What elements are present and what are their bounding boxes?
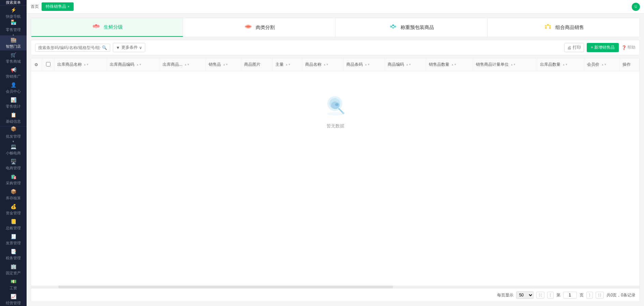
th-out-product-code-label: 出库商品编码 <box>110 62 134 67</box>
sidebar-item-member-center[interactable]: 👤 会员中心 <box>0 80 27 95</box>
sidebar-item-label: 工资 <box>10 286 17 291</box>
sales-promo-icon: 📢 <box>11 67 16 74</box>
sidebar-item-retail-stats[interactable]: 📊 零售统计 <box>0 95 27 110</box>
sort-product-name-icon[interactable]: ▲▼ <box>323 63 329 66</box>
th-out-product-name-label: 出库商品名称 <box>57 62 82 67</box>
sidebar-item-wholesale-mgmt[interactable]: 📦 批发管理 ▼ <box>0 127 27 142</box>
sidebar-item-label: 库存核算 <box>6 196 21 201</box>
sidebar-item-label: 智慧门店 <box>6 44 21 49</box>
sort-member-price-icon[interactable]: ▲▼ <box>601 63 606 66</box>
sort-sale-quantity-icon[interactable]: ▲▼ <box>451 63 456 66</box>
svg-point-15 <box>545 25 547 27</box>
home-link[interactable]: 首页 <box>31 4 39 10</box>
cat-tab-fresh-grade[interactable]: 生鲜分级 <box>31 18 183 37</box>
sidebar-item-label: 小畅电商 <box>6 151 21 156</box>
sidebar-item-fixed-assets[interactable]: 🏢 固定资产 <box>0 262 27 277</box>
th-member-price: 会员价 ▲▼ <box>584 58 620 71</box>
help-button[interactable]: ❓ 帮助 <box>621 45 635 50</box>
th-product-barcode: 商品条码 ▲▼ <box>343 58 385 71</box>
bottom-scrollbar[interactable] <box>31 286 640 288</box>
select-all-checkbox[interactable] <box>46 62 50 66</box>
search-box: 🔍 <box>35 44 110 52</box>
sidebar-item-wages[interactable]: 💵 工资 <box>0 277 27 292</box>
toolbar-left: 🔍 ▼ 更多条件 ∨ <box>35 43 145 52</box>
sidebar-item-tax-mgmt[interactable]: 📑 税务管理 <box>0 247 27 262</box>
active-tab[interactable]: 特殊销售品 × <box>42 2 74 11</box>
logo-text: 搜索菜单 <box>6 0 21 5</box>
th-sale-quantity: 销售品数量 ▲▼ <box>426 58 473 71</box>
next-page-button[interactable]: ⟩ <box>586 292 593 299</box>
prev-page-button[interactable]: ⟨ <box>547 292 554 299</box>
first-page-button[interactable]: ⟨⟨ <box>536 292 544 299</box>
mini-ecommerce-icon: 💻 <box>11 143 16 150</box>
cat-tab-scale-package[interactable]: 称重预包装商品 <box>335 18 488 37</box>
tax-mgmt-icon: 📑 <box>11 248 16 255</box>
sidebar-item-smart-store[interactable]: 🏬 智慧门店 <box>0 35 27 50</box>
fresh-grade-icon <box>91 23 101 31</box>
sort-out-quantity-icon[interactable]: ▲▼ <box>563 63 568 66</box>
sort-out-product-name-icon[interactable]: ▲▼ <box>84 63 89 66</box>
sidebar-item-sales-promo[interactable]: 📢 营销推广 <box>0 65 27 80</box>
sidebar-item-basic-info[interactable]: 📋 基础信息 <box>0 110 27 125</box>
sidebar-item-quick-nav[interactable]: ⚡ 快捷导航 <box>0 5 27 20</box>
sidebar-item-invoice-mgmt[interactable]: 🧾 发票管理 <box>0 232 27 247</box>
sidebar-item-label: 电商管理 <box>6 166 21 171</box>
purchase-mgmt-icon: 🛍️ <box>11 173 16 180</box>
sidebar-item-retail-mgmt[interactable]: 🏪 零售管理 ▲ <box>0 20 27 35</box>
active-tab-label: 特殊销售品 <box>46 4 66 10</box>
sidebar-item-retail-mall[interactable]: 🛒 零售商城 <box>0 50 27 65</box>
filter-arrow-icon: ∨ <box>139 45 142 50</box>
th-product-image: 商品图片 <box>241 58 272 71</box>
total-info: 共0页，0条记录 <box>606 292 635 298</box>
empty-text: 暂无数据 <box>327 123 344 129</box>
cat-tab-combo-sales[interactable]: 组合商品销售 <box>488 18 640 37</box>
svg-point-0 <box>93 25 95 28</box>
th-operation-label: 操作 <box>623 62 631 67</box>
sort-main-quantity-icon[interactable]: ▲▼ <box>285 63 291 66</box>
print-button[interactable]: 🖨 打印 <box>564 43 584 52</box>
inventory-check-icon: 📦 <box>11 188 16 195</box>
cat-tab-meat-cut[interactable]: 肉类分割 <box>183 18 335 37</box>
sidebar-item-finance-mgmt[interactable]: 💰 资金管理 <box>0 202 27 217</box>
sort-sale-unit-icon[interactable]: ▲▼ <box>510 63 516 66</box>
th-sale-product-label: 销售品 <box>209 62 221 67</box>
scale-package-icon <box>388 23 398 32</box>
sidebar-item-label: 零售商城 <box>6 59 21 64</box>
sort-sale-product-icon[interactable]: ▲▼ <box>223 63 228 66</box>
sidebar-item-purchase-mgmt[interactable]: 🛍️ 采购管理 <box>0 172 27 187</box>
sort-out-product-code-icon[interactable]: ▲▼ <box>136 63 142 66</box>
last-page-button[interactable]: ⟩⟩ <box>596 292 604 299</box>
column-settings-icon[interactable]: ⚙ <box>34 62 38 67</box>
meat-cut-icon <box>243 23 253 32</box>
filter-button[interactable]: ▼ 更多条件 ∨ <box>113 43 145 52</box>
sidebar-item-mini-ecommerce[interactable]: 💻 小畅电商 <box>0 142 27 157</box>
cat-tab-fresh-grade-label: 生鲜分级 <box>104 24 123 30</box>
page-number-input[interactable] <box>563 292 577 299</box>
data-table: ⚙ 出库商品名称 ▲▼ 出库商品编码 ▲▼ <box>31 58 640 71</box>
sort-out-product-spec-icon[interactable]: ▲▼ <box>184 63 190 66</box>
avatar-area: U <box>632 3 640 11</box>
th-product-name-label: 商品名称 <box>305 62 321 67</box>
sort-product-code-icon[interactable]: ▲▼ <box>406 63 411 66</box>
filter-icon: ▼ <box>116 45 120 50</box>
sidebar-item-ecommerce-mgmt[interactable]: 🖥️ 电商管理 <box>0 157 27 172</box>
th-product-name: 商品名称 ▲▼ <box>302 58 343 71</box>
page-size-select[interactable]: 50 10 20 100 <box>516 291 534 299</box>
sort-product-barcode-icon[interactable]: ▲▼ <box>364 63 370 66</box>
search-icon[interactable]: 🔍 <box>102 45 107 50</box>
general-ledger-icon: 📒 <box>11 218 16 225</box>
sidebar-item-inventory-check[interactable]: 📦 库存核算 <box>0 187 27 202</box>
th-main-quantity: 主量 ▲▼ <box>272 58 302 71</box>
sidebar-item-operations-mgmt[interactable]: 📈 经营管理 <box>0 292 27 306</box>
search-input[interactable] <box>38 45 101 50</box>
cat-tab-meat-cut-label: 肉类分割 <box>256 25 275 31</box>
filter-label: 更多条件 <box>121 45 138 50</box>
th-out-product-name: 出库商品名称 ▲▼ <box>54 58 107 71</box>
avatar: U <box>632 3 640 11</box>
sidebar-item-label: 零售统计 <box>6 104 21 109</box>
sidebar-logo: 搜索菜单 <box>0 0 27 5</box>
help-label: 帮助 <box>627 45 635 50</box>
tab-close-icon[interactable]: × <box>68 5 70 9</box>
add-sale-product-button[interactable]: + 新增销售品 <box>587 43 619 52</box>
sidebar-item-general-ledger[interactable]: 📒 总账管理 <box>0 217 27 232</box>
